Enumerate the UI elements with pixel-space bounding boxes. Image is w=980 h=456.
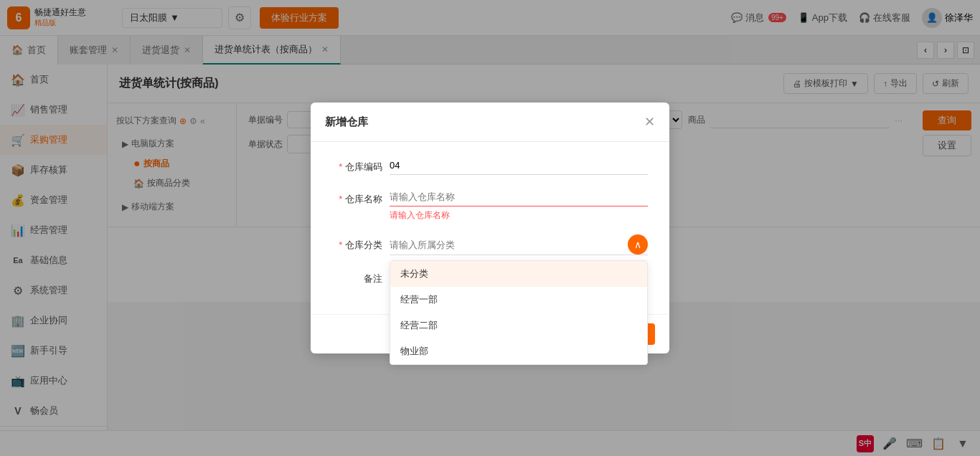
form-label-name: 仓库名称 <box>332 189 382 206</box>
modal-title: 新增仓库 <box>325 115 368 129</box>
category-input[interactable] <box>390 236 628 254</box>
name-error-msg: 请输入仓库名称 <box>390 209 450 222</box>
modal-overlay: 新增仓库 ✕ 仓库编码 仓库名称 请输入仓库名称 仓库分类 <box>0 0 980 456</box>
new-warehouse-modal: 新增仓库 ✕ 仓库编码 仓库名称 请输入仓库名称 仓库分类 <box>311 103 669 353</box>
form-input-code[interactable] <box>390 156 648 175</box>
dropdown-item-2[interactable]: 经营二部 <box>390 313 647 338</box>
dropdown-item-1[interactable]: 经营一部 <box>390 287 647 313</box>
category-dropdown: 未分类 经营一部 经营二部 物业部 <box>390 260 648 365</box>
category-toggle-button[interactable]: ∧ <box>628 234 648 255</box>
dropdown-item-0[interactable]: 未分类 <box>390 261 647 287</box>
form-row-code: 仓库编码 <box>332 156 648 175</box>
dropdown-item-3[interactable]: 物业部 <box>390 338 647 364</box>
form-label-note: 备注 <box>332 268 382 285</box>
modal-body: 仓库编码 仓库名称 请输入仓库名称 仓库分类 ∧ <box>311 142 669 314</box>
form-label-code: 仓库编码 <box>332 156 382 174</box>
form-label-category: 仓库分类 <box>332 234 382 252</box>
modal-close-button[interactable]: ✕ <box>644 114 655 130</box>
form-row-category: 仓库分类 ∧ 未分类 经营一部 <box>332 234 648 255</box>
form-row-name: 仓库名称 请输入仓库名称 <box>332 188 648 222</box>
category-wrapper: ∧ 未分类 经营一部 经营二部 物业部 <box>390 234 648 255</box>
form-input-name[interactable] <box>390 188 648 206</box>
modal-header: 新增仓库 ✕ <box>311 103 669 142</box>
